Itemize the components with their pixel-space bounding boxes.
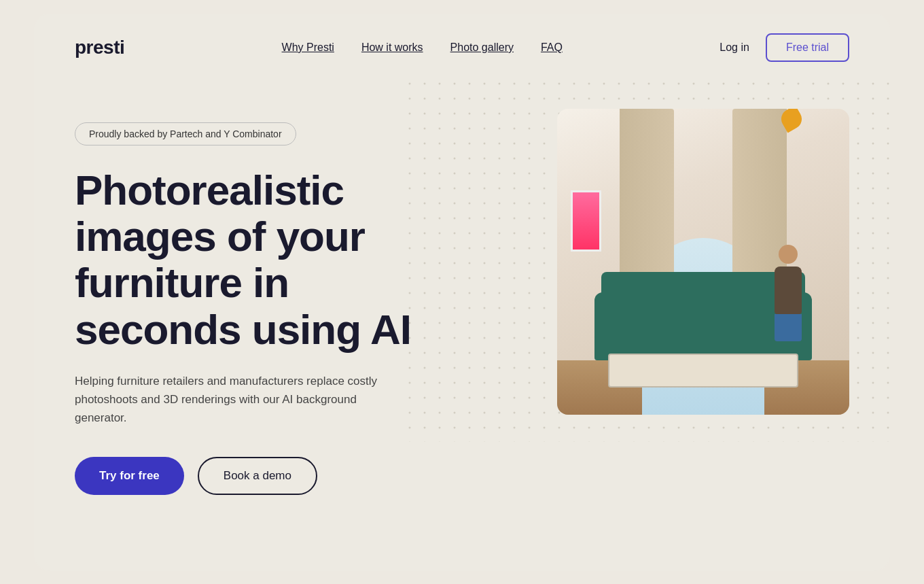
nav-link-photo-gallery[interactable]: Photo gallery — [450, 41, 514, 53]
logo: presti — [75, 37, 124, 58]
hero-title: Photorealistic images of your furniture … — [75, 167, 462, 353]
nav-item-why-presti[interactable]: Why Presti — [282, 41, 334, 54]
nav-item-faq[interactable]: FAQ — [541, 41, 563, 54]
hero-section: Proudly backed by Partech and Y Combinat… — [34, 82, 890, 536]
free-trial-button[interactable]: Free trial — [766, 33, 849, 62]
page-card: presti Why Presti How it works Photo gal… — [34, 14, 890, 571]
try-for-free-button[interactable]: Try for free — [75, 457, 184, 495]
nav-link-faq[interactable]: FAQ — [541, 41, 563, 53]
nav-link-how-it-works[interactable]: How it works — [361, 41, 423, 53]
hero-subtitle: Helping furniture retailers and manufact… — [75, 372, 401, 428]
nav-item-how-it-works[interactable]: How it works — [361, 41, 423, 54]
book-demo-button[interactable]: Book a demo — [198, 457, 317, 495]
nav-link-why-presti[interactable]: Why Presti — [282, 41, 334, 53]
hero-content: Proudly backed by Partech and Y Combinat… — [75, 109, 462, 495]
person-body — [775, 267, 802, 314]
hero-photo — [557, 109, 849, 415]
person-head — [779, 245, 798, 264]
rug — [608, 354, 798, 388]
nav-links: Why Presti How it works Photo gallery FA… — [282, 41, 563, 54]
backed-badge: Proudly backed by Partech and Y Combinat… — [75, 122, 296, 145]
nav-right: Log in Free trial — [719, 33, 849, 62]
navbar: presti Why Presti How it works Photo gal… — [34, 14, 890, 82]
plant-top — [775, 109, 829, 150]
login-button[interactable]: Log in — [719, 41, 749, 54]
plant-leaf — [778, 109, 806, 133]
room-scene — [557, 109, 849, 415]
person-legs — [775, 314, 802, 341]
person — [768, 245, 808, 333]
artwork — [571, 190, 601, 252]
nav-item-photo-gallery[interactable]: Photo gallery — [450, 41, 514, 54]
hero-buttons: Try for free Book a demo — [75, 457, 462, 495]
hero-image-area — [462, 109, 849, 415]
